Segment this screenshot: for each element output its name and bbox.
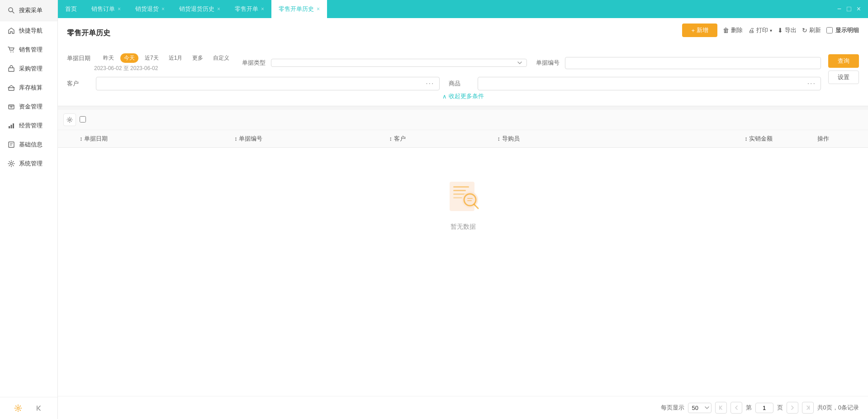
close-window-icon[interactable]: × <box>857 5 861 13</box>
delete-label: 删除 <box>731 26 743 34</box>
delete-button[interactable]: 🗑 删除 <box>723 26 743 34</box>
next-page-button[interactable] <box>787 402 798 414</box>
sidebar-item-sales-mgmt[interactable]: 销售管理 <box>0 40 57 59</box>
filter-date-item: 单据日期 昨天 今天 近7天 近1月 更多 自定义 <box>67 53 233 72</box>
display-detail-toggle[interactable]: 显示明细 <box>826 26 859 34</box>
collapse-button[interactable]: ∧ 收起更多条件 <box>442 92 484 100</box>
sidebar-item-label: 采购管理 <box>19 65 43 73</box>
settings-button[interactable]: 设置 <box>828 71 859 84</box>
date-shortcuts: 昨天 今天 近7天 近1月 更多 自定义 <box>100 53 233 63</box>
filter-row-1: 单据日期 昨天 今天 近7天 近1月 更多 自定义 <box>67 53 821 72</box>
goods-dropdown[interactable]: ··· <box>478 77 821 90</box>
minimize-icon[interactable]: − <box>837 5 841 13</box>
tab-retail-open[interactable]: 零售开单 × <box>228 0 271 18</box>
goods-dots[interactable]: ··· <box>807 80 816 88</box>
select-all-checkbox[interactable] <box>80 116 86 122</box>
prev-page-button[interactable] <box>730 402 742 414</box>
gear-icon[interactable] <box>13 403 24 414</box>
query-button[interactable]: 查询 <box>828 54 859 68</box>
sidebar-item-label: 经营管理 <box>19 122 43 130</box>
print-button[interactable]: 🖨 打印 ▾ <box>748 26 772 34</box>
col-date[interactable]: ↕ 单据日期 <box>74 130 229 148</box>
sidebar-item-quick-nav[interactable]: 快捷导航 <box>0 21 57 40</box>
tab-close-icon[interactable]: × <box>261 6 264 12</box>
main-area: 首页 销售订单 × 销货退货 × 销货退货历史 × 零售开单 × 零售开单历史 … <box>58 0 868 419</box>
tab-close-icon[interactable]: × <box>161 6 165 12</box>
sidebar-item-finance[interactable]: 资金管理 <box>0 97 57 116</box>
tab-home-label: 首页 <box>65 5 77 13</box>
sidebar-item-label: 基础信息 <box>19 141 43 149</box>
window-controls: − □ × <box>830 5 868 13</box>
tab-home[interactable]: 首页 <box>58 0 84 18</box>
add-icon: + <box>691 27 695 34</box>
customer-dropdown[interactable]: ··· <box>96 77 440 90</box>
collapse-sidebar-icon[interactable] <box>34 403 45 414</box>
box-icon <box>7 65 15 73</box>
tabs-bar: 首页 销售订单 × 销货退货 × 销货退货历史 × 零售开单 × 零售开单历史 … <box>58 0 868 18</box>
date-range-display: 2023-06-02 至 2023-06-02 <box>94 65 158 71</box>
tab-sales-return-history[interactable]: 销货退货历史 × <box>172 0 228 18</box>
cart-icon <box>7 46 15 54</box>
date-label: 单据日期 <box>67 54 92 62</box>
refresh-button[interactable]: ↻ 刷新 <box>802 26 821 34</box>
date-btn-custom[interactable]: 自定义 <box>209 53 233 63</box>
export-button[interactable]: ⬇ 导出 <box>778 26 797 34</box>
date-btn-today[interactable]: 今天 <box>120 53 138 63</box>
bill-no-input[interactable] <box>565 57 821 69</box>
refresh-label: 刷新 <box>809 26 821 34</box>
date-btn-more[interactable]: 更多 <box>189 53 207 63</box>
maximize-icon[interactable]: □ <box>847 5 851 13</box>
filter-customer-item: 客户 ··· <box>67 77 440 90</box>
table-wrap: ↕ 单据日期 ↕ 单据编号 ↕ 客户 <box>58 130 868 396</box>
col-customer[interactable]: ↕ 客户 <box>384 130 492 148</box>
table-toolbar <box>58 110 868 130</box>
date-btn-yesterday[interactable]: 昨天 <box>100 53 118 63</box>
data-table: ↕ 单据日期 ↕ 单据编号 ↕ 客户 <box>58 130 868 148</box>
tab-sales-order[interactable]: 销售订单 × <box>84 0 128 18</box>
date-btn-1month[interactable]: 近1月 <box>165 53 186 63</box>
sidebar-item-inventory[interactable]: 库存核算 <box>0 78 57 97</box>
display-detail-label: 显示明细 <box>835 26 859 34</box>
customer-dots[interactable]: ··· <box>426 80 434 88</box>
per-page-select[interactable]: 10 20 50 100 <box>688 403 711 413</box>
sidebar-item-basic-info[interactable]: 基础信息 <box>0 135 57 154</box>
toolbar: + 新增 🗑 删除 🖨 打印 ▾ ⬇ 导出 <box>682 24 859 37</box>
page-input[interactable] <box>755 403 773 413</box>
chart-icon <box>7 122 15 130</box>
sidebar-search-label: 搜索采单 <box>19 6 43 14</box>
display-detail-checkbox[interactable] <box>826 27 833 33</box>
col-amount[interactable]: ↕ 实销金额 <box>623 130 778 148</box>
tab-close-icon[interactable]: × <box>217 6 220 12</box>
add-button[interactable]: + 新增 <box>682 24 717 37</box>
svg-point-18 <box>69 119 71 121</box>
sidebar-item-system[interactable]: 系统管理 <box>0 154 57 173</box>
sidebar-item-operations[interactable]: 经营管理 <box>0 116 57 135</box>
col-no[interactable]: ↕ 单据编号 <box>229 130 384 148</box>
col-guide[interactable]: ↕ 导购员 <box>492 130 623 148</box>
svg-rect-4 <box>9 68 14 71</box>
svg-point-15 <box>10 163 13 165</box>
date-btn-7days[interactable]: 近7天 <box>141 53 162 63</box>
sidebar-item-label: 销售管理 <box>19 46 43 54</box>
export-label: 导出 <box>785 26 797 34</box>
table-area: ↕ 单据日期 ↕ 单据编号 ↕ 客户 <box>58 110 868 419</box>
last-page-button[interactable] <box>802 402 814 414</box>
sidebar-search[interactable]: 搜索采单 <box>0 0 57 21</box>
delete-icon: 🗑 <box>723 27 729 34</box>
tab-close-icon[interactable]: × <box>118 6 121 12</box>
tab-close-icon[interactable]: × <box>317 6 320 12</box>
sidebar-item-label: 资金管理 <box>19 103 43 111</box>
bill-type-dropdown[interactable] <box>271 59 527 67</box>
print-label: 打印 <box>756 26 768 34</box>
tab-retail-history[interactable]: 零售开单历史 × <box>271 0 327 18</box>
tab-retail-history-label: 零售开单历史 <box>279 5 314 13</box>
sidebar-item-purchase-mgmt[interactable]: 采购管理 <box>0 59 57 78</box>
table-settings-icon[interactable] <box>63 113 76 126</box>
tab-sales-return[interactable]: 销货退货 × <box>128 0 172 18</box>
col-checkbox <box>58 130 74 148</box>
first-page-button[interactable] <box>715 402 727 414</box>
svg-rect-12 <box>9 142 14 147</box>
tab-retail-open-label: 零售开单 <box>235 5 258 13</box>
home-icon <box>7 27 15 35</box>
empty-icon <box>441 175 486 216</box>
